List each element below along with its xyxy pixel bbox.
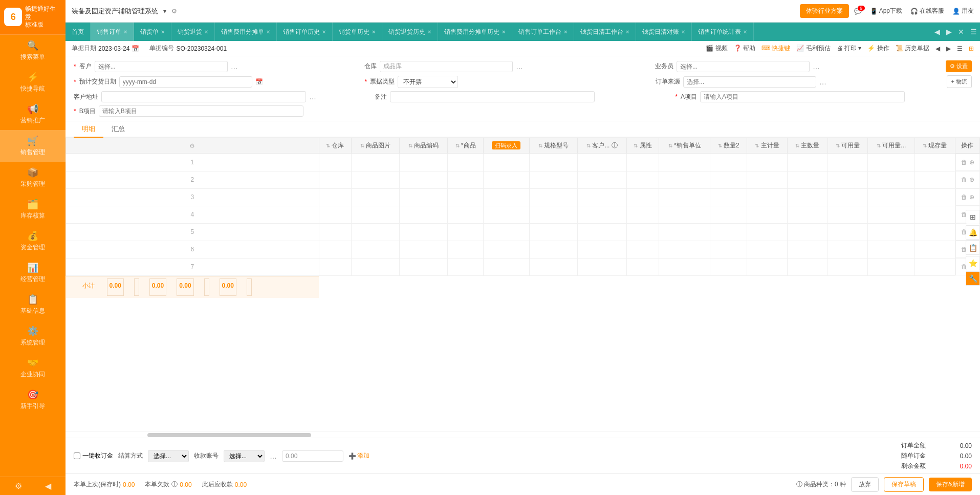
tab-close-icon[interactable]: ✕: [743, 29, 747, 35]
message-badge[interactable]: 💬 9: [854, 8, 862, 15]
nav-next-icon[interactable]: ▶: [946, 45, 951, 52]
row-stock[interactable]: [914, 223, 955, 241]
row-product-code[interactable]: [400, 171, 448, 188]
row-stock[interactable]: [914, 154, 955, 171]
grid-view-icon[interactable]: ⊞: [969, 45, 974, 52]
row-customer[interactable]: [577, 223, 626, 241]
calendar-icon[interactable]: 📅: [132, 45, 139, 52]
nav-tab-9[interactable]: 销售订单工作台✕: [512, 23, 574, 41]
copy-icon[interactable]: ⊕: [969, 193, 974, 201]
sidebar-item-basic[interactable]: 📋基础信息: [0, 289, 66, 320]
row-avail-qty[interactable]: [827, 223, 868, 241]
row-avail-qty2[interactable]: [868, 171, 915, 188]
tab-close-icon[interactable]: ✕: [161, 29, 165, 35]
table-view-icon[interactable]: ☰: [957, 45, 963, 52]
row-product-code[interactable]: [400, 258, 448, 275]
row-attribute[interactable]: [626, 154, 659, 171]
row-warehouse[interactable]: [319, 188, 351, 206]
settings-icon[interactable]: ⚙: [171, 8, 177, 15]
row-avail-qty2[interactable]: [868, 188, 915, 206]
tab-menu[interactable]: ☰: [967, 28, 980, 36]
sidebar-item-marketing[interactable]: 📢营销推广: [0, 98, 66, 130]
tab-prev-arrow[interactable]: ◀: [931, 28, 943, 36]
row-main-qty[interactable]: [787, 154, 827, 171]
row-spec[interactable]: [529, 258, 577, 275]
sidebar-item-finance[interactable]: 💰资金管理: [0, 225, 66, 257]
settlement-select[interactable]: 选择...: [148, 450, 189, 462]
row-unit[interactable]: [659, 206, 710, 223]
row-attribute[interactable]: [626, 258, 659, 275]
row-warehouse[interactable]: [319, 223, 351, 241]
app-download[interactable]: 📱App下载: [870, 7, 902, 15]
row-attribute[interactable]: [626, 188, 659, 206]
warehouse-input[interactable]: [380, 61, 513, 72]
settings-panel-btn[interactable]: ⚙ 设置: [946, 60, 972, 72]
row-product[interactable]: [448, 258, 483, 275]
sidebar-item-enterprise[interactable]: 🤝企业协同: [0, 352, 66, 384]
delete-icon[interactable]: 🗑: [961, 176, 967, 183]
row-warehouse[interactable]: [319, 241, 351, 258]
sidebar-item-search[interactable]: 🔍搜索菜单: [0, 35, 66, 67]
online-service[interactable]: 🎧在线客服: [910, 7, 944, 15]
row-product[interactable]: [448, 188, 483, 206]
row-stock[interactable]: [914, 171, 955, 188]
nav-tab-7[interactable]: 销货退货历史✕: [382, 23, 438, 41]
row-qty2[interactable]: [710, 171, 747, 188]
rfloat-btn-2[interactable]: 🔔: [966, 225, 980, 240]
customer-input[interactable]: [95, 61, 228, 72]
row-spec[interactable]: [529, 241, 577, 258]
salesperson-input[interactable]: [677, 61, 810, 72]
save-draft-btn[interactable]: 保存草稿: [884, 477, 924, 492]
row-customer[interactable]: [577, 188, 626, 206]
row-main-qty[interactable]: [787, 206, 827, 223]
nav-tab-12[interactable]: 销售订单统计表✕: [692, 23, 754, 41]
notes-input[interactable]: [390, 91, 595, 102]
add-payment-btn[interactable]: ➕ 添加: [349, 451, 369, 460]
row-product-code[interactable]: [400, 241, 448, 258]
settings-icon[interactable]: ⚙: [15, 481, 22, 491]
th-settings[interactable]: ⚙: [66, 138, 319, 154]
row-customer[interactable]: [577, 258, 626, 275]
row-qty2[interactable]: [710, 206, 747, 223]
delivery-calendar-icon[interactable]: 📅: [255, 78, 263, 85]
row-unit[interactable]: [659, 171, 710, 188]
row-avail-qty[interactable]: [827, 258, 868, 275]
row-attribute[interactable]: [626, 206, 659, 223]
row-main-qty[interactable]: [787, 223, 827, 241]
history-link[interactable]: 📜 历史单据: [896, 44, 929, 53]
row-main-unit[interactable]: [747, 188, 788, 206]
nav-tab-11[interactable]: 钱货日清对账✕: [636, 23, 692, 41]
row-product-code[interactable]: [400, 154, 448, 171]
row-spec[interactable]: [529, 171, 577, 188]
account-expand-btn[interactable]: …: [270, 452, 277, 460]
one-click-checkbox[interactable]: [74, 453, 80, 459]
sidebar-item-operations[interactable]: 📊经营管理: [0, 257, 66, 289]
row-main-qty[interactable]: [787, 241, 827, 258]
nav-tab-8[interactable]: 销售费用分摊单历史✕: [438, 23, 512, 41]
collapse-icon[interactable]: ◀: [45, 481, 51, 491]
row-warehouse[interactable]: [319, 154, 351, 171]
copy-icon[interactable]: ⊕: [969, 159, 974, 166]
sidebar-item-guide[interactable]: 🎯新手引导: [0, 384, 66, 416]
order-source-expand-btn[interactable]: …: [819, 78, 826, 86]
row-avail-qty2[interactable]: [868, 241, 915, 258]
row-main-qty[interactable]: [787, 188, 827, 206]
copy-icon[interactable]: ⊕: [969, 176, 974, 183]
nav-tab-5[interactable]: 销售订单历史✕: [277, 23, 333, 41]
row-spec[interactable]: [529, 154, 577, 171]
row-product[interactable]: [448, 241, 483, 258]
row-warehouse[interactable]: [319, 206, 351, 223]
row-qty2[interactable]: [710, 258, 747, 275]
row-spec[interactable]: [529, 188, 577, 206]
tab-close-icon[interactable]: ✕: [266, 29, 270, 35]
sidebar-item-quicknav[interactable]: ⚡快捷导航: [0, 67, 66, 98]
row-stock[interactable]: [914, 258, 955, 275]
delivery-input[interactable]: [119, 76, 252, 88]
row-warehouse[interactable]: [319, 258, 351, 275]
delete-icon[interactable]: 🗑: [961, 159, 967, 166]
tab-summary[interactable]: 汇总: [103, 121, 133, 138]
row-main-unit[interactable]: [747, 171, 788, 188]
video-link[interactable]: 🎬 视频: [706, 44, 727, 53]
rfloat-btn-1[interactable]: ⊞: [966, 210, 980, 224]
user-info[interactable]: 👤用友: [952, 7, 974, 15]
